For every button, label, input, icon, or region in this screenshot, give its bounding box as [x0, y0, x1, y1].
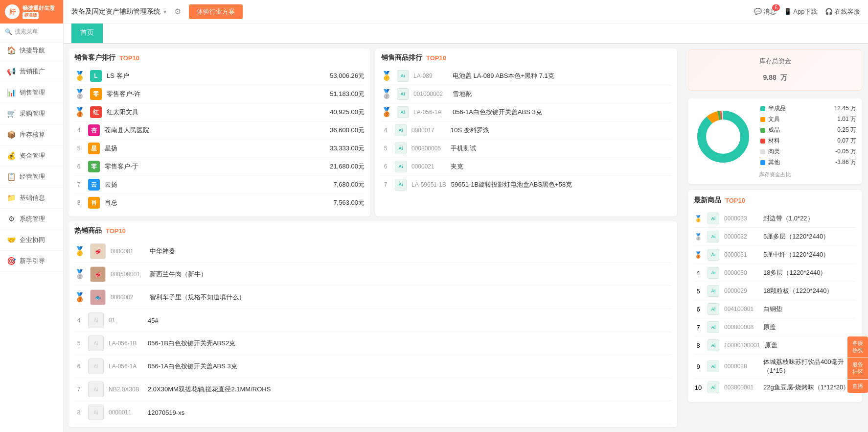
customer-rank-item-4: 5 星 星扬 33,333.00元 [74, 140, 365, 158]
sp-medal-0: 🥇 [381, 71, 392, 81]
customer-rank-item-7: 8 肖 肖总 7,563.00元 [74, 194, 365, 212]
system-title: 装备及固定资产辅助管理系统 [71, 7, 160, 16]
sales-product-ranking-panel: 销售商品排行 TOP10 🥇 Ai LA-089 电池盖 LA-089 ABS本… [375, 48, 677, 216]
new-product-list: 🥇 Ai 0000033 封边带（1.0*22） 🥈 Ai 0000032 5厘… [694, 210, 856, 396]
sp-img-5: Ai [395, 161, 407, 172]
sp-code-4: 000800005 [411, 145, 446, 152]
menu-label-6: 经营管理 [20, 172, 45, 181]
float-btn-1[interactable]: 服务社区 [847, 358, 868, 379]
new-products-header: 最新商品 TOP10 [694, 196, 856, 205]
hot-product-list: 🥇 🥩 0000001 中华神器 🥈 🥩 000500001 新西兰牛肉（新牛）… [74, 240, 671, 427]
menu-label-0: 快捷导航 [20, 46, 45, 55]
new-products-title: 最新商品 [694, 196, 721, 205]
sidebar-item-1[interactable]: 📢 营销推广 [0, 61, 63, 82]
rank-num-3: 4 [74, 127, 83, 134]
hp-code-3: 01 [109, 317, 143, 324]
inventory-label: 库存总资金 [695, 57, 855, 66]
hot-item-5: 6 Ai LA-056-1A 056-1A白色按键开关盖ABS 3克 [74, 355, 671, 378]
dropdown-arrow-icon: ▾ [163, 8, 166, 15]
service-button[interactable]: 🎧 在线客服 [825, 7, 860, 16]
menu-icon-2: 📊 [7, 88, 16, 97]
customer-rank-item-0: 🥇 L LS 客户 53,006.26元 [74, 67, 365, 85]
sp-code-1: 001000002 [413, 91, 448, 97]
donut-chart [694, 107, 753, 166]
search-icon: 🔍 [5, 28, 12, 35]
hp-code-7: 0000011 [109, 409, 143, 416]
np-medal-2: 🥉 [694, 251, 703, 259]
hp-thumb-5: Ai [88, 359, 104, 374]
np-rank-7: 8 [694, 342, 703, 349]
hot-item-1: 🥈 🥩 000500001 新西兰牛肉（新牛） [74, 263, 671, 286]
rank-num-7: 8 [74, 199, 83, 206]
sp-item-3: 4 Ai 0000017 10S 变料罗浆 [381, 121, 671, 140]
np-code-0: 0000033 [724, 215, 758, 222]
np-code-4: 0000029 [724, 288, 758, 294]
sidebar-item-6[interactable]: 📋 经营管理 [0, 167, 63, 188]
message-badge: 6 [772, 4, 780, 11]
customer-avatar-5: 零 [88, 161, 100, 172]
sp-name-3: 10S 变料罗浆 [451, 126, 671, 135]
sidebar-item-2[interactable]: 📊 销售管理 [0, 82, 63, 103]
customer-avatar-1: 零 [90, 88, 102, 100]
message-button[interactable]: 💬 消息 6 [754, 7, 777, 16]
hot-products-panel: 热销商品 TOP10 🥇 🥩 0000001 中华神器 🥈 🥩 00050000… [69, 221, 677, 427]
customer-name-1: 零售客户-许 [107, 90, 325, 98]
inventory-value: 9.88 万 [695, 68, 855, 83]
sp-medal-1: 🥈 [381, 89, 392, 99]
sidebar-item-4[interactable]: 📦 库存核算 [0, 124, 63, 145]
customer-avatar-2: 红 [90, 106, 102, 118]
new-products-panel: 最新商品 TOP10 🥇 Ai 0000033 封边带（1.0*22） 🥈 Ai… [688, 190, 862, 402]
sidebar-item-5[interactable]: 💰 资金管理 [0, 145, 63, 167]
sidebar-item-8[interactable]: ⚙ 系统管理 [0, 209, 63, 230]
np-medal-0: 🥇 [694, 215, 703, 222]
sp-name-4: 手机测试 [451, 144, 671, 153]
customer-rank-item-3: 4 杏 苍南县人民医院 36,600.00元 [74, 121, 365, 140]
sp-img-4: Ai [395, 143, 407, 154]
legend-dot-4 [760, 149, 765, 154]
tab-home[interactable]: 首页 [71, 24, 103, 43]
customer-avatar-3: 杏 [88, 124, 100, 136]
sidebar-item-3[interactable]: 🛒 采购管理 [0, 103, 63, 124]
sp-item-0: 🥇 Ai LA-089 电池盖 LA-089 ABS本色+黑种 7.1克 [381, 67, 671, 85]
hot-item-0: 🥇 🥩 0000001 中华神器 [74, 240, 671, 263]
np-item-0: 🥇 Ai 0000033 封边带（1.0*22） [694, 210, 856, 228]
sp-item-2: 🥉 Ai LA-056-1A 056-1A白色按键开关盖ABS 3克 [381, 103, 671, 121]
page-content: 销售客户排行 TOP10 🥇 L LS 客户 53,006.26元 🥈 零 [64, 44, 868, 432]
sidebar-item-10[interactable]: 🎯 新手引导 [0, 251, 63, 272]
customer-rank-item-6: 7 云 云扬 7,680.00元 [74, 176, 365, 194]
np-name-6: 原盖 [763, 323, 856, 332]
sp-code-5: 0000021 [411, 163, 446, 170]
np-code-3: 0000030 [724, 269, 758, 276]
menu-label-3: 采购管理 [20, 109, 45, 118]
menu-icon-7: 📁 [7, 193, 16, 202]
hp-name-0: 中华神器 [150, 247, 671, 256]
hp-code-0: 0000001 [111, 248, 145, 255]
hot-products-subtitle: TOP10 [106, 227, 126, 235]
hp-thumb-0: 🥩 [90, 243, 106, 259]
float-btn-0[interactable]: 客服热线 [847, 336, 868, 358]
sp-item-4: 5 Ai 000800005 手机测试 [381, 140, 671, 158]
sp-name-2: 056-1A白色按键开关盖ABS 3克 [453, 108, 671, 117]
float-buttons: 客服热线 服务社区 直播 [847, 336, 868, 393]
menu-icon-9: 🤝 [7, 236, 16, 244]
sidebar-search[interactable]: 🔍 搜索菜单 [0, 24, 63, 40]
customer-amount-1: 51,183.00元 [330, 90, 365, 98]
legend-item-1: 文具 1.01 万 [760, 115, 856, 123]
trial-button[interactable]: 体验行业方案 [189, 4, 243, 19]
np-rank-9: 10 [694, 384, 703, 391]
sidebar-item-7[interactable]: 📁 基础信息 [0, 188, 63, 209]
customer-rank-item-2: 🥉 红 红太阳文具 40,925.00元 [74, 103, 365, 121]
legend-dot-0 [760, 106, 765, 111]
sales-product-header: 销售商品排行 TOP10 [381, 53, 671, 62]
float-btn-2[interactable]: 直播 [847, 380, 868, 393]
np-item-9: 10 Ai 003800001 22g鱼豆腐-烧烤味（1*12*20） [694, 379, 856, 396]
logo-badge: 标准版 [23, 12, 39, 19]
rank-num-4: 5 [74, 145, 83, 152]
sidebar-search-label: 搜索菜单 [15, 27, 38, 36]
sp-img-1: Ai [397, 88, 409, 100]
app-download-button[interactable]: 📱 App下载 [784, 7, 817, 16]
settings-icon[interactable]: ⚙ [172, 5, 183, 18]
sidebar-item-0[interactable]: 🏠 快捷导航 [0, 40, 63, 61]
customer-avatar-6: 云 [88, 179, 100, 191]
sidebar-item-9[interactable]: 🤝 企业协同 [0, 230, 63, 251]
